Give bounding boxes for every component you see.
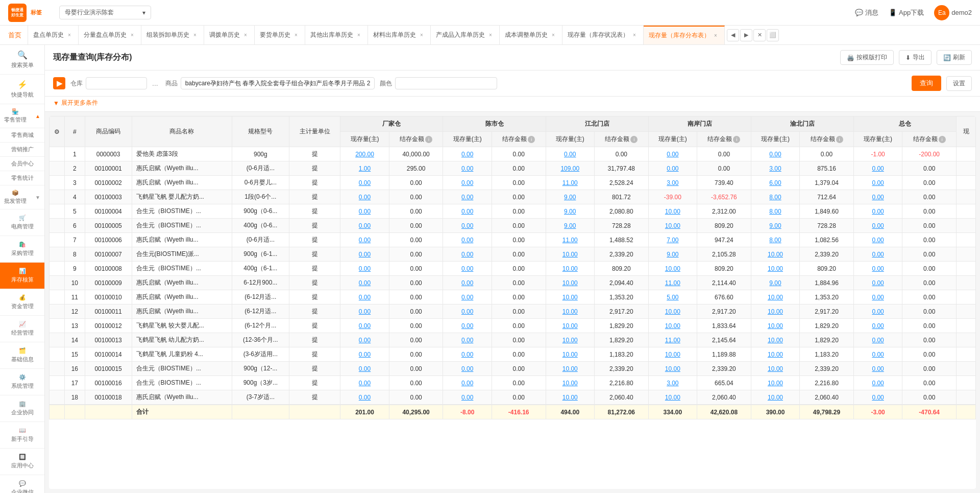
na-amt-info-icon[interactable]: i <box>733 136 740 143</box>
warehouse-input[interactable] <box>86 77 147 89</box>
sidebar-item-inventory[interactable]: 📊 库存核算 <box>0 263 44 289</box>
export-label: 导出 <box>913 53 925 62</box>
yb-amt-info-icon[interactable]: i <box>836 136 843 143</box>
sidebar-item-wholesale[interactable]: 📦 批发管理 ▼ <box>0 185 44 209</box>
sidebar-item-shortcut[interactable]: ⚡ 快捷导航 <box>0 75 44 104</box>
purchase-icon: 🛍️ <box>19 241 26 248</box>
table-row: 13 00100012 飞鹤星飞帆 较大婴儿配... (6-12个月... 提 … <box>50 319 976 333</box>
table-row: 16 00100015 合生元（BIOSTIME）... 900g（12-...… <box>50 362 976 376</box>
th-current-right: 现 <box>957 116 976 147</box>
top-bar: 畅捷通 好生意 标签 母婴行业演示陈套 ▾ 💬 消息 📱 App下载 Ea de… <box>0 0 980 26</box>
tab-inventory-single[interactable]: 盘点单历史 × <box>28 26 79 45</box>
tab-stock-status[interactable]: 现存量（库存状况表） × <box>562 26 644 45</box>
jb-amt-info-icon[interactable]: i <box>630 136 638 143</box>
sidebar-item-retail-mall[interactable]: 零售商城 <box>0 128 44 143</box>
sidebar-item-system[interactable]: ⚙️ 系统管理 <box>0 369 44 395</box>
retail-mall-label: 零售商城 <box>11 131 34 139</box>
filter-expand-btn[interactable]: ▶ <box>53 77 65 89</box>
tab-nav-buttons: ◀ ▶ ✕ ⬜ <box>725 29 781 41</box>
tab-close-group-disassembly[interactable]: × <box>191 32 199 39</box>
tab-inventory-sub[interactable]: 分量盘点单历史 × <box>79 26 141 45</box>
sidebar-item-operations[interactable]: 📈 经营管理 <box>0 316 44 342</box>
warehouse-filter: 仓库 ... <box>70 77 160 89</box>
table-container[interactable]: ⚙ # 商品编码 商品名称 规格型号 主计量单位 厂家仓 陈市仓 江北门店 南岸… <box>49 116 976 489</box>
table-row: 15 00100014 飞鹤星飞帆 儿童奶粉 4... (3-6岁适用... 提… <box>50 347 976 362</box>
sidebar-item-ecommerce[interactable]: 🛒 电商管理 <box>0 209 44 236</box>
th-factory-wh: 厂家仓 <box>340 116 443 132</box>
goods-input[interactable] <box>181 77 375 89</box>
table-row: 12 00100011 惠氏启赋（Wyeth illu... (6-12月适..… <box>50 304 976 319</box>
table-row: 10 00100009 惠氏启赋（Wyeth illu... 6-12月900.… <box>50 276 976 290</box>
goods-filter: 商品 <box>165 77 375 89</box>
table-row: 14 00100013 飞鹤星飞帆 幼儿配方奶... (12-36个月... 提… <box>50 333 976 347</box>
t-amt-info-icon[interactable]: i <box>939 136 946 143</box>
sidebar-item-retail[interactable]: 🏪 零售管理 ▲ <box>0 104 44 128</box>
sidebar-item-basics[interactable]: 🗂️ 基础信息 <box>0 342 44 369</box>
tab-next-btn[interactable]: ▶ <box>740 29 752 41</box>
sidebar-item-purchase[interactable]: 🛍️ 采购管理 <box>0 236 44 263</box>
sidebar-item-members[interactable]: 会员中心 <box>0 157 44 171</box>
tab-home[interactable]: 首页 <box>2 26 28 45</box>
sidebar-item-guide[interactable]: 📖 新手引导 <box>0 422 44 449</box>
shortcut-icon: ⚡ <box>17 80 28 89</box>
tab-close-stock-dist[interactable]: × <box>712 32 719 39</box>
tab-close-inventory-single[interactable]: × <box>66 32 73 39</box>
app-download-btn[interactable]: 📱 App下载 <box>889 8 924 17</box>
tab-close-transfer[interactable]: × <box>242 32 249 39</box>
sidebar-item-finance[interactable]: 💰 资金管理 <box>0 289 44 316</box>
user-profile[interactable]: Ea demo2 <box>934 5 972 20</box>
table-row: 1 0000003 爱他美 虑藻3段 900g 提 200.0040,000.0… <box>50 147 976 161</box>
sidebar-item-retail-stats[interactable]: 零售统计 <box>0 171 44 185</box>
sidebar-item-enterprise[interactable]: 🏢 企业协同 <box>0 395 44 422</box>
tab-cost-adjust[interactable]: 成本调整单历史 × <box>500 26 562 45</box>
export-btn[interactable]: ⬇ 导出 <box>899 50 932 65</box>
th-f-qty: 现存量(主) <box>340 132 389 147</box>
tab-group-disassembly[interactable]: 组装拆卸单历史 × <box>141 26 204 45</box>
c-amt-info-icon[interactable]: i <box>528 136 535 143</box>
sidebar-item-search[interactable]: 🔍 搜索英单 <box>0 45 44 75</box>
tab-close-cost-adjust[interactable]: × <box>550 32 557 39</box>
tab-product-in[interactable]: 产成品入库单历史 × <box>431 26 500 45</box>
tab-purchase-order[interactable]: 要货单历史 × <box>255 26 305 45</box>
ecommerce-icon: 🛒 <box>19 215 26 221</box>
app-label: App下载 <box>899 8 924 17</box>
th-jb-qty: 现存量(主) <box>546 132 594 147</box>
tab-close-product-in[interactable]: × <box>487 32 494 39</box>
sidebar-shortcut-label: 快捷导航 <box>11 91 34 99</box>
tab-close-material-out[interactable]: × <box>418 32 425 39</box>
page-header: 现存量查询(库存分布) 🖨️ 按模版打印 ⬇ 导出 🔄 刷新 <box>45 45 980 71</box>
tab-close-all-btn[interactable]: ✕ <box>753 29 766 41</box>
sidebar-search-label: 搜索英单 <box>11 61 34 69</box>
sidebar-item-marketing[interactable]: 营销推广 <box>0 143 44 157</box>
th-settings[interactable]: ⚙ <box>50 116 65 147</box>
tab-close-purchase-order[interactable]: × <box>292 32 300 39</box>
sidebar-item-apps[interactable]: 🔲 应用中心 <box>0 449 44 475</box>
top-right: 💬 消息 📱 App下载 Ea demo2 <box>855 5 972 20</box>
sidebar-item-wechat[interactable]: 💬 企业微信 <box>0 475 44 493</box>
color-input[interactable] <box>395 77 497 89</box>
avatar-initials: Ea <box>938 9 946 16</box>
phone-icon: 📱 <box>889 9 897 16</box>
f-amt-info-icon[interactable]: i <box>425 136 432 143</box>
basics-icon: 🗂️ <box>19 347 26 354</box>
store-selector[interactable]: 母婴行业演示陈套 ▾ <box>59 6 151 19</box>
tab-menu-btn[interactable]: ⬜ <box>767 29 779 41</box>
settings-btn[interactable]: 设置 <box>946 76 972 91</box>
tab-prev-btn[interactable]: ◀ <box>727 29 739 41</box>
home-label: 首页 <box>8 31 21 40</box>
tab-transfer[interactable]: 调拨单历史 × <box>204 26 255 45</box>
tab-other-out[interactable]: 其他出库单历史 × <box>305 26 368 45</box>
message-btn[interactable]: 💬 消息 <box>855 8 878 17</box>
tab-close-other-out[interactable]: × <box>355 32 362 39</box>
tab-close-stock-status[interactable]: × <box>631 32 638 39</box>
refresh-btn[interactable]: 🔄 刷新 <box>937 50 972 65</box>
query-btn[interactable]: 查询 <box>912 76 941 91</box>
th-goods-code: 商品编码 <box>85 116 132 147</box>
print-btn[interactable]: 🖨️ 按模版打印 <box>840 50 894 65</box>
tab-stock-dist[interactable]: 现存量（库存分布表） × <box>644 26 725 45</box>
tab-close-inventory-sub[interactable]: × <box>129 32 136 39</box>
expand-condition-btn[interactable]: ▼ 展开更多条件 <box>53 99 972 107</box>
tab-material-out[interactable]: 材料出库单历史 × <box>368 26 431 45</box>
avatar: Ea <box>934 5 949 20</box>
table-row: 8 00100007 合生元(BIOSTIME)派... 900g（6-1...… <box>50 247 976 262</box>
